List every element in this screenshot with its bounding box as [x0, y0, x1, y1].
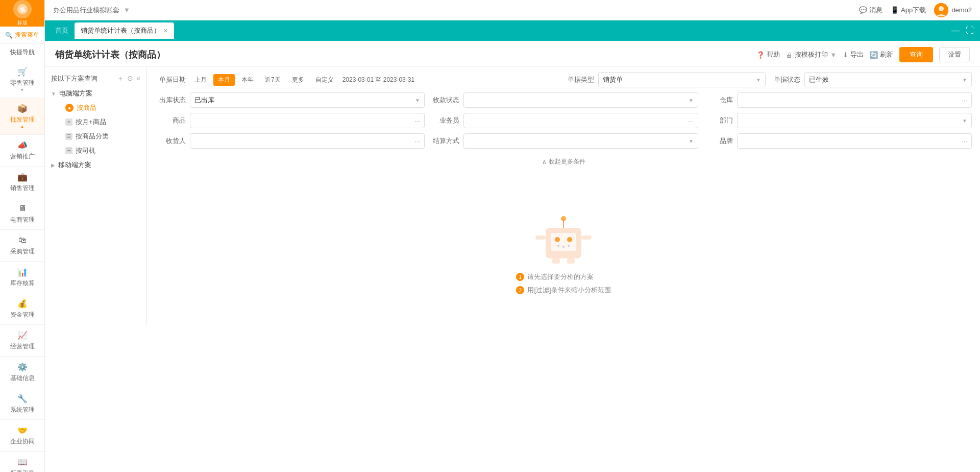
- tab-maximize-btn[interactable]: ⛶: [964, 24, 976, 37]
- out-status-field: 出库状态 已出库 ▼: [155, 92, 425, 108]
- brand-select[interactable]: ···: [737, 133, 972, 149]
- sidebar-item-guide[interactable]: 📖 新手引导: [0, 452, 44, 472]
- sidebar-item-basic[interactable]: ⚙️ 基础信息: [0, 357, 44, 388]
- filter-form: 单据日期 上月 本月 本年 近7天 更多 自定义 2023-03-01 至 20…: [147, 67, 980, 174]
- query-button[interactable]: 查询: [899, 47, 933, 62]
- search-icon: 🔍: [5, 32, 13, 39]
- tree-item-by-product[interactable]: ● 按商品: [49, 101, 146, 115]
- search-menu[interactable]: 🔍 搜索菜单: [0, 27, 44, 44]
- tree-item-by-month-product[interactable]: ≡ 按月+商品: [49, 115, 146, 129]
- doc-status-select[interactable]: 已生效 ▼: [804, 72, 972, 87]
- department-field: 部门 ▼: [702, 113, 972, 128]
- tree-item-by-driver[interactable]: ☰ 按司机: [49, 144, 146, 158]
- svg-rect-5: [551, 233, 576, 251]
- tab-close-icon[interactable]: ✕: [163, 28, 168, 34]
- date-btn-more[interactable]: 更多: [287, 74, 309, 86]
- tree-expand-icon: ▼: [51, 91, 56, 97]
- receiver-field: 收货人 ···: [155, 133, 425, 149]
- sidebar-item-retail[interactable]: 🛒 零售管理 ▼: [0, 61, 44, 98]
- header-right-area: 💬 消息 📱 App下载 demo2: [859, 3, 972, 17]
- tab-sales-stat[interactable]: 销货单统计计表（按商品） ✕: [75, 22, 174, 39]
- tree-collapse-icon: ▶: [51, 162, 55, 168]
- sidebar-item-system[interactable]: 🔧 系统管理: [0, 388, 44, 420]
- svg-point-7: [567, 237, 572, 242]
- filter-panel-header: 按以下方案查询 ＋ ⊙ «: [45, 71, 146, 86]
- edit-scheme-btn[interactable]: ⊙: [127, 74, 133, 83]
- brand-label: 品牌: [702, 136, 733, 146]
- sidebar-item-marketing[interactable]: 📣 营销推广: [0, 135, 44, 167]
- message-btn[interactable]: 💬 消息: [859, 6, 883, 15]
- department-select[interactable]: ▼: [737, 113, 972, 128]
- page-actions: ❓ 帮助 🖨 按模板打印 ▼ ⬇ 导出 🔄 刷新 查询 设置: [756, 47, 970, 62]
- sidebar-item-finance[interactable]: 💰 资金管理: [0, 293, 44, 325]
- salesperson-dots[interactable]: ···: [688, 117, 694, 125]
- doc-type-select[interactable]: 销货单 ▼: [598, 72, 766, 87]
- refresh-icon: 🔄: [870, 51, 878, 59]
- active-item-icon: ●: [65, 104, 74, 112]
- payment-method-select[interactable]: ▼: [463, 133, 698, 149]
- payment-method-field: 结算方式 ▼: [429, 133, 698, 149]
- sidebar-item-ecommerce[interactable]: 🖥 电商管理: [0, 198, 44, 230]
- quick-nav[interactable]: 快捷导航: [0, 44, 44, 61]
- retail-icon: 🛒: [17, 66, 28, 77]
- template-print-btn[interactable]: 🖨 按模板打印 ▼: [786, 50, 837, 59]
- doc-status-chevron-icon: ▼: [962, 77, 967, 83]
- svg-point-6: [555, 237, 560, 242]
- product-select[interactable]: ···: [190, 113, 425, 128]
- out-status-select[interactable]: 已出库 ▼: [190, 92, 425, 108]
- sidebar-item-inventory[interactable]: 📊 库存核算: [0, 262, 44, 293]
- date-shortcuts: 上月 本月 本年 近7天 更多 自定义 2023-03-01 至 2023-03…: [190, 74, 414, 86]
- header-dropdown-icon[interactable]: ▼: [124, 6, 130, 14]
- product-dots[interactable]: ···: [414, 117, 420, 125]
- date-btn-last-month[interactable]: 上月: [190, 74, 211, 86]
- warehouse-dots[interactable]: ···: [962, 97, 967, 104]
- date-btn-custom[interactable]: 自定义: [311, 74, 338, 86]
- app-download-btn[interactable]: 📱 App下载: [891, 6, 926, 15]
- purchase-icon: 🛍: [17, 235, 28, 245]
- tree-item-by-category[interactable]: ☰ 按商品分类: [49, 129, 146, 144]
- empty-step-1: 1 请先选择要分析的方案: [516, 272, 610, 281]
- svg-point-9: [562, 246, 565, 248]
- payment-status-select[interactable]: ▼: [463, 92, 698, 108]
- doc-type-field: 单据类型 销货单 ▼: [564, 72, 766, 87]
- tab-minimize-btn[interactable]: —: [949, 24, 962, 37]
- date-btn-this-year[interactable]: 本年: [237, 74, 258, 86]
- tree-group-pc[interactable]: ▼ 电脑端方案: [45, 86, 146, 101]
- receiver-dots[interactable]: ···: [414, 137, 420, 145]
- tab-home[interactable]: 首页: [49, 22, 75, 39]
- add-scheme-btn[interactable]: ＋: [117, 74, 124, 83]
- sidebar-item-operation[interactable]: 📈 经营管理: [0, 325, 44, 357]
- empty-steps: 1 请先选择要分析的方案 2 用[过滤]条件来缩小分析范围: [516, 272, 610, 295]
- payment-status-label: 收款状态: [429, 96, 459, 105]
- sidebar-item-purchase[interactable]: 🛍 采购管理: [0, 230, 44, 262]
- page-content: 销货单统计计表（按商品） ❓ 帮助 🖨 按模板打印 ▼ ⬇ 导出 🔄 刷新: [45, 41, 980, 472]
- receiver-select[interactable]: ···: [190, 133, 425, 149]
- payment-chevron-icon: ▼: [689, 98, 694, 103]
- download-icon: 📱: [891, 6, 899, 14]
- sidebar-item-wholesale[interactable]: 📦 批发管理 ▲: [0, 98, 44, 135]
- settings-button[interactable]: 设置: [939, 47, 970, 62]
- app-subtitle: 标版: [17, 19, 28, 27]
- tab-bar: 首页 销货单统计计表（按商品） ✕ — ⛶: [45, 20, 980, 41]
- brand-dots[interactable]: ···: [962, 137, 967, 145]
- svg-rect-16: [567, 258, 575, 264]
- date-btn-7days[interactable]: 近7天: [260, 74, 285, 86]
- salesperson-select[interactable]: ···: [463, 113, 698, 128]
- tree-group-mobile[interactable]: ▶ 移动端方案: [45, 158, 146, 172]
- operation-icon: 📈: [17, 330, 28, 340]
- refresh-btn[interactable]: 🔄 刷新: [870, 50, 893, 59]
- item-icon-category: ☰: [65, 133, 72, 140]
- export-btn[interactable]: ⬇ 导出: [843, 50, 864, 59]
- user-info[interactable]: demo2: [934, 3, 972, 17]
- help-btn[interactable]: ❓ 帮助: [756, 50, 780, 59]
- department-label: 部门: [702, 116, 733, 125]
- collapse-panel-btn[interactable]: «: [136, 74, 140, 83]
- sidebar-item-corp[interactable]: 🤝 企业协同: [0, 420, 44, 452]
- product-field: 商品 ···: [155, 113, 425, 128]
- date-btn-this-month[interactable]: 本月: [213, 74, 235, 86]
- top-header: 办公用品行业模拟账套 ▼ 💬 消息 📱 App下载 de: [45, 0, 980, 20]
- department-chevron-icon: ▼: [962, 118, 967, 124]
- warehouse-select[interactable]: ···: [737, 92, 972, 108]
- collapse-filters-btn[interactable]: ∧ 收起更多条件: [155, 154, 972, 169]
- sidebar-item-sales[interactable]: 💼 销售管理: [0, 167, 44, 198]
